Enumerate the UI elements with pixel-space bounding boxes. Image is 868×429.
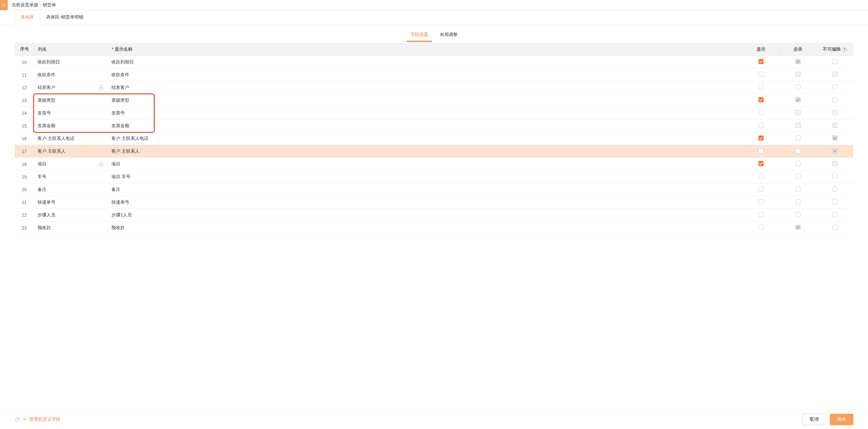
main-tab-1[interactable]: 表体区-销货单明细: [40, 10, 90, 24]
table-row[interactable]: 14 发票号 发票号: [14, 107, 854, 119]
table-row[interactable]: 16 客户.主联系人电话 客户.主联系人电话: [14, 132, 854, 145]
readonly-checkbox: [832, 136, 837, 141]
row-seq: 19: [14, 171, 34, 183]
table-row[interactable]: 13 票据类型 票据类型: [14, 94, 854, 107]
row-seq: 12: [14, 81, 34, 94]
show-checkbox[interactable]: [758, 84, 764, 90]
readonly-checkbox[interactable]: [832, 225, 837, 230]
row-display-name[interactable]: 客户.主联系人: [107, 145, 743, 158]
row-display-name[interactable]: 收款到期日: [107, 56, 743, 68]
row-display-name[interactable]: 结算客户: [107, 81, 743, 94]
row-col-name: 客户.主联系人电话: [34, 132, 107, 145]
row-col-name: 收款条件: [34, 68, 107, 81]
required-checkbox: [796, 225, 801, 230]
show-checkbox[interactable]: [758, 97, 764, 102]
table-row[interactable]: 12 结算客户 + 结算客户: [14, 81, 854, 94]
table-row[interactable]: 17 客户.主联系人 客户.主联系人: [14, 145, 854, 158]
row-seq: 18: [14, 158, 34, 171]
field-settings-table: 序号 列名 * 显示名称 显示 必录 不可编辑 ?: [14, 43, 854, 56]
readonly-checkbox[interactable]: [832, 59, 837, 64]
row-display-name[interactable]: 发票号: [107, 107, 743, 119]
required-checkbox[interactable]: [796, 136, 801, 141]
row-display-name[interactable]: 票据类型: [107, 94, 743, 107]
required-checkbox[interactable]: [796, 174, 801, 179]
row-seq: 16: [14, 132, 34, 145]
row-display-name[interactable]: 项目: [107, 158, 743, 171]
header-show: 显示: [743, 44, 779, 56]
row-col-name: 车号: [34, 171, 107, 183]
header-required: 必录: [779, 44, 816, 56]
readonly-checkbox: [832, 110, 837, 115]
required-checkbox[interactable]: [796, 84, 801, 90]
table-row[interactable]: 20 备注 备注: [14, 183, 854, 196]
row-seq: 10: [14, 56, 34, 68]
row-seq: 15: [14, 119, 34, 132]
row-display-name[interactable]: 收款条件: [107, 68, 743, 81]
row-display-name[interactable]: 步骤1人员: [107, 209, 743, 222]
readonly-checkbox: [832, 72, 837, 77]
show-checkbox[interactable]: [758, 123, 764, 128]
row-seq: 11: [14, 68, 34, 81]
row-display-name[interactable]: 预收款: [107, 222, 743, 234]
show-checkbox[interactable]: [758, 161, 764, 166]
table-row[interactable]: 22 步骤人员 步骤1人员: [14, 209, 854, 222]
readonly-checkbox[interactable]: [832, 187, 837, 192]
readonly-checkbox[interactable]: [832, 174, 837, 179]
row-col-name: 步骤人员: [34, 209, 107, 222]
table-row[interactable]: 10 收款到期日 收款到期日: [14, 56, 854, 68]
table-row[interactable]: 21 快递单号 快递单号: [14, 196, 854, 209]
required-checkbox[interactable]: [796, 212, 801, 217]
required-checkbox[interactable]: [796, 161, 801, 166]
chevron-right-double-icon: [2, 3, 6, 7]
top-bar: 当前设置单据：销货单: [0, 0, 868, 10]
table-row[interactable]: 18 项目 + 项目: [14, 158, 854, 171]
readonly-checkbox[interactable]: [832, 97, 837, 102]
table-row[interactable]: 15 发票金额 发票金额: [14, 119, 854, 132]
show-checkbox[interactable]: [758, 59, 764, 64]
table-row[interactable]: 19 车号 项目.车号: [14, 171, 854, 183]
row-display-name[interactable]: 项目.车号: [107, 171, 743, 183]
show-checkbox[interactable]: [758, 72, 764, 77]
table-row[interactable]: 23 预收款 预收款: [14, 222, 854, 234]
row-display-name[interactable]: 发票金额: [107, 119, 743, 132]
row-display-name[interactable]: 快递单号: [107, 196, 743, 209]
required-checkbox[interactable]: [796, 199, 801, 204]
sub-tab-0[interactable]: 字段设置: [407, 30, 432, 42]
sub-tab-1[interactable]: 布局调整: [436, 30, 461, 42]
help-icon[interactable]: ?: [842, 48, 847, 52]
required-checkbox: [796, 59, 801, 64]
row-seq: 22: [14, 209, 34, 222]
row-col-name: 发票金额: [34, 119, 107, 132]
header-col-name: 列名: [34, 44, 108, 56]
header-display-name: * 显示名称: [108, 44, 743, 56]
row-display-name[interactable]: 备注: [107, 183, 743, 196]
main-tab-0[interactable]: 表头区: [14, 10, 40, 24]
row-col-name: 快递单号: [34, 196, 107, 209]
readonly-checkbox: [832, 148, 837, 153]
add-child-button[interactable]: +: [98, 161, 104, 167]
required-checkbox[interactable]: [796, 148, 801, 153]
table-row[interactable]: 11 收款条件 收款条件: [14, 68, 854, 81]
required-checkbox: [796, 123, 801, 128]
readonly-checkbox[interactable]: [832, 212, 837, 217]
show-checkbox[interactable]: [758, 199, 764, 204]
show-checkbox[interactable]: [758, 174, 764, 179]
main-tabs: 表头区表体区-销货单明细: [0, 10, 868, 24]
readonly-checkbox[interactable]: [832, 199, 837, 204]
show-checkbox[interactable]: [758, 110, 764, 115]
show-checkbox[interactable]: [758, 212, 764, 217]
required-checkbox: [796, 97, 801, 102]
expand-panel-button[interactable]: [0, 0, 8, 10]
show-checkbox[interactable]: [758, 225, 764, 230]
show-checkbox[interactable]: [758, 187, 764, 192]
row-display-name[interactable]: 客户.主联系人电话: [107, 132, 743, 145]
readonly-checkbox[interactable]: [832, 84, 837, 90]
row-seq: 23: [14, 222, 34, 234]
show-checkbox[interactable]: [758, 136, 764, 141]
row-seq: 21: [14, 196, 34, 209]
required-checkbox[interactable]: [796, 187, 801, 192]
show-checkbox[interactable]: [758, 148, 764, 153]
row-seq: 17: [14, 145, 34, 158]
row-seq: 20: [14, 183, 34, 196]
add-child-button[interactable]: +: [98, 85, 104, 90]
